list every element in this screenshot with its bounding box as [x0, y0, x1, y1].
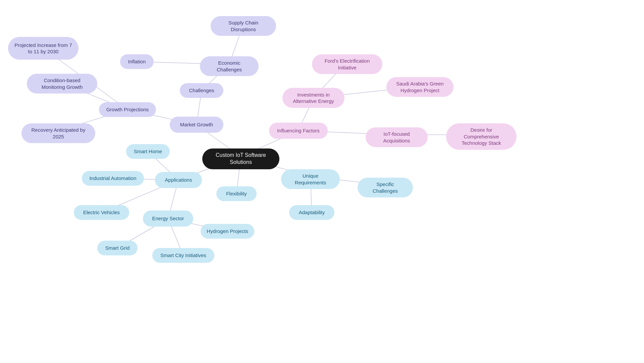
node-smart-city: Smart City Initiatives [152, 248, 214, 263]
node-challenges: Challenges [180, 83, 223, 98]
node-supply-chain: Supply Chain Disruptions [211, 16, 276, 36]
node-specific-challenges: Specific Challenges [358, 178, 413, 197]
node-flexibility: Flexibility [216, 186, 257, 201]
node-recovery-anticipated: Recovery Anticipated by 2025 [21, 123, 95, 143]
node-industrial-automation: Industrial Automation [82, 171, 144, 186]
node-condition-monitoring: Condition-based Monitoring Growth [27, 74, 97, 94]
node-applications: Applications [155, 172, 202, 188]
node-market-growth: Market Growth [170, 117, 223, 133]
node-saudi-green-hydrogen: Saudi Arabia's Green Hydrogen Project [386, 77, 453, 97]
node-energy-sector: Energy Sector [143, 210, 193, 227]
node-investments-alt-energy: Investments in Alternative Energy [282, 88, 344, 108]
mindmap-container: Custom IoT Software SolutionsMarket Grow… [0, 0, 644, 363]
node-fords-electrification: Ford's Electrification Initiative [312, 54, 382, 74]
node-adaptability: Adaptability [289, 205, 334, 220]
node-inflation: Inflation [120, 54, 154, 69]
node-influencing-factors: Influencing Factors [269, 123, 328, 139]
node-growth-projections: Growth Projections [99, 102, 156, 117]
node-economic-challenges: Economic Challenges [200, 56, 259, 76]
node-smart-grid: Smart Grid [97, 241, 138, 255]
node-desire-tech-stack: Desire for Comprehensive Technology Stac… [446, 123, 517, 150]
node-hydrogen-projects: Hydrogen Projects [201, 224, 254, 239]
node-smart-home: Smart Home [126, 144, 170, 159]
node-iot-acquisitions: IoT-focused Acquisitions [366, 127, 428, 147]
node-center: Custom IoT Software Solutions [202, 148, 279, 169]
node-unique-requirements: Unique Requirements [281, 169, 340, 189]
node-electric-vehicles: Electric Vehicles [74, 205, 129, 220]
node-projected-increase: Projected Increase from 7 to 11 by 2030 [8, 37, 78, 60]
